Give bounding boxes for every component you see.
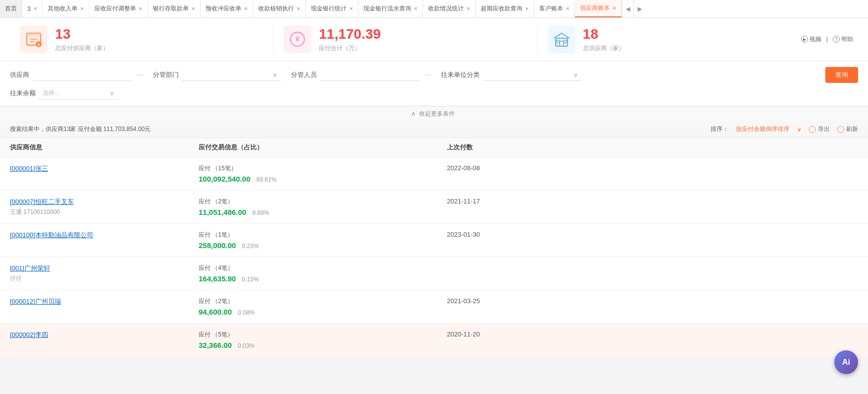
nav-tab-collection-stat[interactable]: 收款情况统计 ✕ [423, 0, 476, 17]
nav-tab-other-income[interactable]: 其他收入单 ✕ [43, 0, 89, 17]
nav-tab-customer-ledger[interactable]: 客户账本 ✕ [534, 0, 575, 17]
balance-filter-label: 往来余额 [10, 89, 36, 98]
supplier-input[interactable] [32, 69, 132, 81]
nav-tab-collection-stat-close[interactable]: ✕ [466, 6, 470, 11]
nav-tab-collection-close[interactable]: ✕ [296, 6, 300, 11]
nav-tab-ar-ap[interactable]: 应收应付调整单 ✕ [89, 0, 148, 17]
person-input[interactable] [320, 69, 419, 81]
tx-percent-2: 9.89% [252, 209, 269, 216]
svg-rect-8 [556, 38, 568, 46]
tx-amount-6[interactable]: 32,366.00 [199, 341, 232, 349]
nav-tab-pre-ar-close[interactable]: ✕ [244, 6, 248, 11]
nav-tab-other-income-close[interactable]: ✕ [80, 6, 84, 11]
tx-amount-5[interactable]: 94,600.00 [199, 308, 232, 316]
nav-arrow-left[interactable]: ◀ [622, 0, 634, 17]
collapse-up-icon: ∧ [411, 110, 416, 117]
table-row: [000001]张三 应付 （15笔） 100,092,540.00 89.61… [0, 157, 868, 191]
nav-tab-cash-stat-close[interactable]: ✕ [349, 6, 353, 11]
supplier-cell-6: [000002]李四 [10, 330, 199, 339]
nav-tab-overdue-close[interactable]: ✕ [525, 6, 529, 11]
nav-tab-customer-ledger-label: 客户账本 [539, 4, 563, 13]
category-select-arrow-icon: ∨ [574, 71, 578, 78]
nav-tab-ar-ap-close[interactable]: ✕ [139, 6, 143, 11]
nav-tab-home[interactable]: 首页 [0, 0, 22, 17]
total-supplier-count: 18 [583, 26, 791, 43]
table-row: [000100]本特勤油品有限公司 应付 （1笔） 258,000.00 0.2… [0, 224, 868, 257]
supplier-contact-4: 仔仔 [10, 274, 199, 283]
tx-amount-4[interactable]: 164,635.90 [199, 274, 236, 283]
supplier-count-label: 总应付供应商（家） [55, 44, 263, 53]
nav-arrow-right[interactable]: ▶ [634, 0, 646, 17]
collapse-label: 收起更多条件 [419, 110, 455, 117]
nav-tab-collection-label: 收款核销执行 [258, 4, 294, 13]
nav-tab-cash-flow-close[interactable]: ✕ [414, 6, 418, 11]
tx-percent-3: 0.23% [242, 243, 259, 250]
dept-select[interactable]: ∨ [182, 69, 281, 81]
nav-tab-overdue-label: 超期应收款查询 [481, 4, 522, 13]
tx-percent-1: 89.61% [256, 176, 277, 183]
tx-amount-2[interactable]: 11,051,486.00 [199, 208, 246, 216]
nav-tab-supplier-ledger-close[interactable]: ✕ [612, 5, 616, 11]
summary-card-total-suppliers: 18 总供应商（家） [537, 25, 801, 53]
balance-arrow-icon: ∨ [110, 90, 114, 97]
balance-select[interactable]: 选择... ∨ [39, 87, 118, 100]
category-select[interactable]: ∨ [483, 69, 582, 81]
transaction-cell-3: 应付 （1笔） 258,000.00 0.23% [199, 231, 447, 250]
nav-tab-pre-ar[interactable]: 预收冲应收单 ✕ [201, 0, 253, 17]
query-button[interactable]: 查询 [825, 67, 858, 83]
table-row: [000002]李四 应付 （5笔） 32,366.00 0.03% 2020-… [0, 324, 868, 357]
nav-tab-3-label: 3 [27, 5, 31, 12]
supplier-cell-2: [000007]恒旺二手叉车 王通 17106110000 [10, 197, 199, 216]
nav-tab-pre-ar-label: 预收冲应收单 [206, 4, 241, 13]
total-amount-label: 应付合计（万） [319, 44, 527, 53]
sort-arrow-icon: ∨ [797, 126, 801, 133]
table-header: 供应商信息 应付交易信息（占比） 上次付数 [0, 138, 868, 157]
supplier-link-1[interactable]: [000001]张三 [10, 165, 48, 172]
tx-amount-3[interactable]: 258,000.00 [199, 241, 236, 250]
nav-tab-overdue[interactable]: 超期应收款查询 ✕ [476, 0, 534, 17]
supplier-link-3[interactable]: [000100]本特勤油品有限公司 [10, 231, 93, 239]
supplier-link-4[interactable]: [001]广州荣轩 [10, 264, 50, 272]
supplier-contact-2: 王通 17106110000 [10, 208, 199, 216]
export-button[interactable]: 导出 [809, 125, 830, 133]
nav-tab-supplier-ledger[interactable]: 供应商账本 ✕ [575, 0, 622, 17]
table-row: [000012]广州贝瑞 应付 （2笔） 94,600.00 0.08% 202… [0, 290, 868, 324]
supplier-more-icon[interactable]: ··· [137, 70, 143, 79]
summary-bar: ¥ 13 总应付供应商（家） ¥ 11,170.39 应付合计（万） [0, 18, 868, 61]
supplier-link-5[interactable]: [000012]广州贝瑞 [10, 298, 61, 305]
svg-text:¥: ¥ [296, 35, 300, 43]
transaction-cell-2: 应付 （2笔） 11,051,486.00 9.89% [199, 197, 447, 216]
help-link[interactable]: ? 帮助 [833, 35, 853, 44]
nav-tab-cash-stat[interactable]: 现金银行统计 ✕ [306, 0, 359, 17]
lastpay-cell-6: 2020-11-20 [447, 330, 858, 338]
sort-label: 排序： [711, 125, 728, 133]
tx-amount-1[interactable]: 100,092,540.00 [199, 175, 250, 183]
person-more-icon[interactable]: ··· [424, 70, 431, 79]
nav-tab-bank[interactable]: 银行存取款单 ✕ [148, 0, 201, 17]
export-label: 导出 [818, 125, 830, 133]
link-divider: | [826, 36, 828, 43]
top-right-links: ▶ 视频 | ? 帮助 [801, 35, 858, 44]
video-link[interactable]: ▶ 视频 [801, 35, 821, 44]
nav-tab-collection[interactable]: 收款核销执行 ✕ [253, 0, 306, 17]
lastpay-cell-3: 2023-01-30 [447, 231, 858, 238]
nav-tab-3[interactable]: 3 ✕ [22, 0, 43, 17]
supplier-cell-3: [000100]本特勤油品有限公司 [10, 231, 199, 240]
supplier-cell-1: [000001]张三 [10, 164, 199, 173]
nav-tab-bank-close[interactable]: ✕ [191, 6, 195, 11]
supplier-link-2[interactable]: [000007]恒旺二手叉车 [10, 198, 74, 205]
nav-tab-cash-flow[interactable]: 现金银行流水查询 ✕ [359, 0, 423, 17]
sort-value[interactable]: 按应付余额倒序排序 [736, 125, 790, 133]
svg-rect-1 [27, 33, 41, 37]
lastpay-cell-5: 2021-03-25 [447, 297, 858, 305]
nav-tab-3-close[interactable]: ✕ [33, 6, 37, 11]
nav-tab-bank-label: 银行存取款单 [153, 4, 189, 13]
nav-tab-customer-ledger-close[interactable]: ✕ [566, 6, 570, 11]
result-bar: 搜索结果中，供应商13家 应付金额 111,703,854.00元 排序： 按应… [0, 121, 868, 138]
refresh-button[interactable]: 刷新 [837, 125, 858, 133]
right-tools: 排序： 按应付余额倒序排序 ∨ 导出 刷新 [711, 125, 858, 133]
summary-info-total: 18 总供应商（家） [583, 26, 791, 53]
filter-balance: 往来余额 选择... ∨ [10, 87, 118, 100]
supplier-link-6[interactable]: [000002]李四 [10, 331, 48, 338]
collapse-bar[interactable]: ∧ 收起更多条件 [0, 106, 868, 121]
